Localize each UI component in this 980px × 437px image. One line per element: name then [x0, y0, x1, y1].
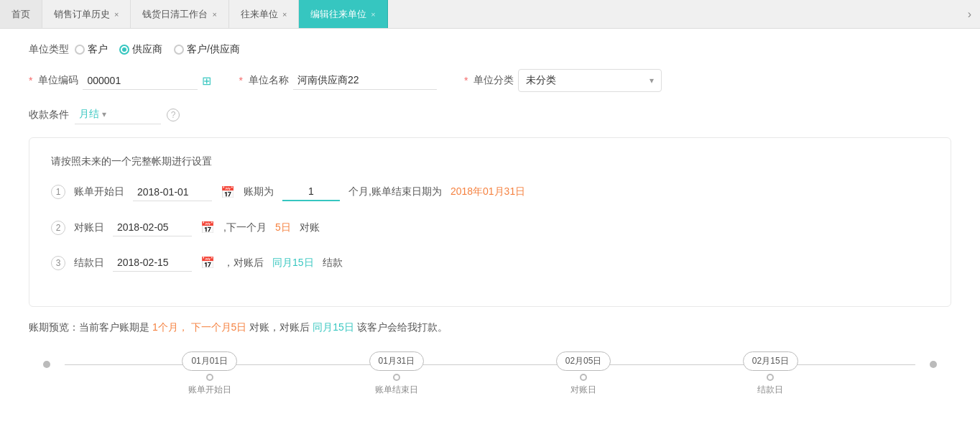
preview-period: 1个月，	[152, 321, 188, 333]
payment-terms-help[interactable]: ?	[167, 109, 180, 121]
payment-terms-label: 收款条件	[29, 109, 69, 121]
radio-both[interactable]: 客户/供应商	[174, 43, 240, 56]
period-row-3: 3 结款日 📅 ，对账后 同月15日 结款	[51, 254, 929, 272]
node4-badge: 02月15日	[743, 351, 798, 371]
required-star-code: *	[29, 75, 32, 86]
payment-terms-arrow: ▾	[102, 109, 106, 119]
payment-hint-suffix: 结款	[323, 257, 343, 270]
node2-dot	[393, 374, 400, 381]
unit-code-input[interactable]	[83, 72, 198, 90]
required-star-name: *	[239, 75, 242, 86]
timeline-start-dot	[43, 361, 50, 368]
node3-dot	[580, 374, 587, 381]
reconcile-day: 5日	[275, 221, 291, 234]
period-row-num-1: 1	[51, 185, 65, 199]
tab-bar: 首页 销售订单历史 × 钱货日清工作台 × 往来单位 × 编辑往来单位 × ›	[0, 0, 980, 29]
preview-next: 下一个月5日	[191, 321, 247, 333]
timeline-end-dot	[930, 361, 937, 368]
node1-dot	[206, 374, 213, 381]
timeline-node-2: 01月31日 账单结束日	[369, 351, 425, 396]
timeline-nodes: 01月01日 账单开始日 01月31日 账单结束日 02月05日 对账日 02月…	[43, 351, 937, 396]
tab-home[interactable]: 首页	[0, 0, 42, 28]
payment-date-cal-icon[interactable]: 📅	[200, 256, 215, 270]
unit-info-row: * 单位编码 ⊞ * 单位名称 * 单位分类 未分类 ▾	[29, 69, 951, 92]
tab-partner[interactable]: 往来单位 ×	[229, 0, 299, 28]
unit-type-row: 单位类型 客户 供应商 客户/供应商	[29, 43, 951, 56]
reconcile-hint-prefix: ,下一个月	[223, 221, 267, 234]
unit-category-dropdown[interactable]: 未分类 ▾	[518, 69, 662, 92]
tab-more-button[interactable]: ›	[959, 0, 980, 28]
unit-name-input[interactable]	[293, 72, 437, 90]
period-row-1: 1 账单开始日 📅 账期为 个月,账单结束日期为 2018年01月31日	[51, 183, 929, 201]
unit-name-label: 单位名称	[249, 74, 289, 87]
period-row-num-2: 2	[51, 221, 65, 235]
period-row-2: 2 对账日 📅 ,下一个月 5日 对账	[51, 218, 929, 236]
node2-badge: 01月31日	[369, 351, 425, 371]
unit-code-copy-icon[interactable]: ⊞	[202, 74, 211, 88]
period-row-label-3: 结款日	[74, 257, 104, 270]
period-settings-box: 请按照未来的一个完整帐期进行设置 1 账单开始日 📅 账期为 个月,账单结束日期…	[29, 137, 951, 307]
payment-date-input[interactable]	[113, 254, 192, 272]
preview-text: 账期预览：当前客户账期是 1个月， 下一个月5日 对账，对账后 同月15日 该客…	[29, 321, 951, 334]
period-box-title: 请按照未来的一个完整帐期进行设置	[51, 155, 929, 168]
radio-circle-both	[174, 45, 184, 55]
timeline-node-4: 02月15日 结款日	[743, 351, 798, 396]
payment-terms-row: 收款条件 月结 ▾ ?	[29, 105, 951, 124]
period-end-date: 2018年01月31日	[450, 185, 525, 198]
tab-close-cash[interactable]: ×	[212, 10, 216, 19]
radio-group-unit-type: 客户 供应商 客户/供应商	[75, 43, 240, 56]
period-unit-text: 个月,账单结束日期为	[348, 185, 442, 198]
tab-cash-work[interactable]: 钱货日清工作台 ×	[131, 0, 228, 28]
radio-supplier[interactable]: 供应商	[119, 43, 162, 56]
required-star-cat: *	[464, 75, 468, 86]
reconcile-date-input[interactable]	[113, 218, 192, 236]
unit-code-label: 单位编码	[38, 74, 78, 87]
start-date-input[interactable]	[133, 183, 212, 201]
timeline-end-circle	[930, 361, 937, 368]
node4-dot	[767, 374, 774, 381]
timeline-node-1: 01月01日 账单开始日	[182, 351, 237, 396]
timeline-container: 01月01日 账单开始日 01月31日 账单结束日 02月05日 对账日 02月…	[43, 351, 937, 396]
timeline-node-3: 02月05日 对账日	[556, 351, 611, 396]
node1-label: 账单开始日	[188, 384, 231, 396]
period-row-label-2: 对账日	[74, 221, 104, 234]
category-dropdown-arrow: ▾	[650, 75, 654, 86]
unit-code-group: * 单位编码 ⊞	[29, 72, 211, 90]
payment-hint-prefix: ，对账后	[223, 257, 264, 270]
preview-same-day: 同月15日	[313, 321, 354, 333]
main-content: 单位类型 客户 供应商 客户/供应商 * 单位编码 ⊞ * 单位名称	[0, 29, 980, 437]
unit-name-group: * 单位名称	[239, 72, 436, 90]
reconcile-hint-suffix: 对账	[300, 221, 320, 234]
period-row-num-3: 3	[51, 256, 65, 270]
unit-category-label: 单位分类	[473, 74, 514, 87]
payment-day: 同月15日	[272, 257, 314, 270]
unit-category-group: * 单位分类 未分类 ▾	[464, 69, 662, 92]
start-date-cal-icon[interactable]: 📅	[221, 185, 235, 199]
radio-circle-supplier	[119, 45, 129, 55]
node3-badge: 02月05日	[556, 351, 611, 371]
tab-close-sales[interactable]: ×	[114, 10, 119, 19]
tab-close-partner[interactable]: ×	[282, 10, 287, 19]
tab-edit-partner[interactable]: 编辑往来单位 ×	[299, 0, 387, 28]
node1-badge: 01月01日	[182, 351, 237, 371]
unit-type-label: 单位类型	[29, 43, 69, 56]
period-months-input[interactable]	[282, 183, 340, 201]
radio-customer[interactable]: 客户	[75, 43, 108, 56]
payment-terms-dropdown[interactable]: 月结 ▾	[75, 105, 161, 124]
period-for-label: 账期为	[244, 185, 274, 198]
radio-circle-customer	[75, 45, 85, 55]
period-row-label-1: 账单开始日	[74, 185, 124, 198]
reconcile-date-cal-icon[interactable]: 📅	[200, 221, 215, 234]
tab-sales-history[interactable]: 销售订单历史 ×	[42, 0, 131, 28]
tab-close-edit-partner[interactable]: ×	[371, 10, 375, 19]
node2-label: 账单结束日	[375, 384, 418, 396]
node4-label: 结款日	[757, 384, 783, 396]
timeline-start-circle	[43, 361, 50, 368]
node3-label: 对账日	[570, 384, 596, 396]
